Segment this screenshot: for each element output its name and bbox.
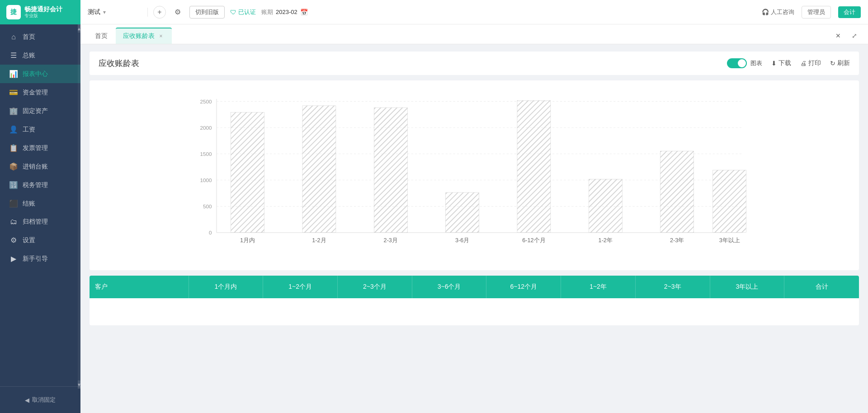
certified-icon: 🛡 bbox=[230, 9, 236, 16]
sidebar-item-settings[interactable]: ⚙ 设置 bbox=[0, 231, 80, 249]
sidebar-item-archive[interactable]: 🗂 归档管理 bbox=[0, 213, 80, 231]
company-selector[interactable]: 测试 ▾ bbox=[88, 8, 142, 16]
svg-text:1-2年: 1-2年 bbox=[599, 237, 613, 244]
period-value: 2023-02 bbox=[276, 9, 297, 15]
sidebar-icon-tax: 🔢 bbox=[9, 181, 18, 189]
sidebar-nav: ⌂ 首页 ☰ 总账 📊 报表中心 💳 资金管理 🏢 固定资产 👤 工资 📋 发票… bbox=[0, 24, 80, 386]
table-body bbox=[90, 298, 859, 325]
close-panel-button[interactable]: ✕ bbox=[832, 29, 844, 42]
bar-chart: 0 500 1000 1500 2000 2500 bbox=[99, 89, 850, 261]
chart-section: 0 500 1000 1500 2000 2500 bbox=[90, 80, 859, 270]
tab-home-label: 首页 bbox=[95, 32, 108, 40]
chart-toggle-switch[interactable] bbox=[727, 58, 747, 68]
sidebar-item-payroll[interactable]: 👤 工资 bbox=[0, 120, 80, 139]
sidebar-item-reports[interactable]: 📊 报表中心 bbox=[0, 65, 80, 83]
bar-3-6月 bbox=[446, 192, 479, 233]
sidebar-pin-button[interactable]: ◀ 取消固定 bbox=[0, 391, 80, 408]
sidebar-item-ledger[interactable]: ☰ 总账 bbox=[0, 46, 80, 65]
add-company-button[interactable]: + bbox=[153, 6, 166, 19]
svg-text:2500: 2500 bbox=[200, 99, 212, 104]
expand-icon: ⤢ bbox=[852, 32, 857, 39]
sidebar-item-close[interactable]: ⬛ 结账 bbox=[0, 194, 80, 213]
sidebar-item-inventory[interactable]: 📦 进销台账 bbox=[0, 157, 80, 176]
table-header-8: 3年以上 bbox=[710, 276, 785, 298]
refresh-icon: ↻ bbox=[830, 60, 835, 67]
tabbar-actions: ✕ ⤢ bbox=[832, 29, 861, 44]
sidebar-label-archive: 归档管理 bbox=[23, 218, 48, 226]
sidebar-icon-home: ⌂ bbox=[9, 33, 18, 41]
headset-icon: 🎧 bbox=[762, 9, 769, 15]
tab-aging[interactable]: 应收账龄表 × bbox=[116, 28, 172, 44]
table-header-1: 1个月内 bbox=[189, 276, 264, 298]
switch-version-button[interactable]: 切到旧版 bbox=[189, 6, 225, 19]
sidebar-icon-ledger: ☰ bbox=[9, 51, 18, 60]
expand-panel-button[interactable]: ⤢ bbox=[848, 29, 861, 42]
sidebar-icon-assets: 🏢 bbox=[9, 107, 18, 115]
bar-2-3月 bbox=[374, 108, 407, 233]
bar-1月内 bbox=[231, 113, 264, 233]
sidebar-item-funds[interactable]: 💳 资金管理 bbox=[0, 83, 80, 102]
page-actions: 图表 ⬇ 下载 🖨 打印 ↻ 刷新 bbox=[727, 58, 850, 68]
svg-text:500: 500 bbox=[203, 203, 212, 209]
bar-3年以上 bbox=[713, 170, 746, 232]
refresh-button[interactable]: ↻ 刷新 bbox=[830, 59, 850, 67]
sidebar-item-assets[interactable]: 🏢 固定资产 bbox=[0, 102, 80, 120]
bar-1-2年 bbox=[589, 179, 622, 232]
table-header-4: 3~6个月 bbox=[412, 276, 487, 298]
table-header-9: 合计 bbox=[784, 276, 859, 298]
bar-1-2月 bbox=[302, 106, 336, 233]
download-icon: ⬇ bbox=[771, 60, 777, 67]
app-logo-icon: 捷 bbox=[6, 5, 21, 19]
table-header-2: 1~2个月 bbox=[263, 276, 338, 298]
svg-text:3-6月: 3-6月 bbox=[455, 237, 469, 244]
sidebar-scrollbar: ▲ ▼ bbox=[78, 24, 80, 389]
topbar: 测试 ▾ + ⚙ 切到旧版 🛡 已认证 账期 2023-02 📅 🎧 人工咨询 … bbox=[80, 0, 868, 24]
svg-text:1000: 1000 bbox=[200, 177, 212, 183]
content-area: 应收账龄表 图表 ⬇ 下载 🖨 打印 bbox=[80, 44, 868, 413]
close-icon: ✕ bbox=[835, 32, 841, 39]
sidebar-icon-archive: 🗂 bbox=[9, 218, 18, 226]
sidebar-scroll-down[interactable]: ▼ bbox=[78, 380, 80, 389]
tab-close-button[interactable]: × bbox=[157, 33, 165, 40]
sidebar-item-guide[interactable]: ▶ 新手引导 bbox=[0, 249, 80, 268]
toggle-knob bbox=[738, 59, 746, 67]
table-header-0: 客户 bbox=[90, 276, 189, 298]
download-button[interactable]: ⬇ 下载 bbox=[771, 59, 791, 67]
sidebar-item-tax[interactable]: 🔢 税务管理 bbox=[0, 176, 80, 194]
sidebar-label-invoice: 发票管理 bbox=[23, 144, 48, 152]
tabbar: 首页 应收账龄表 × ✕ ⤢ bbox=[80, 24, 868, 44]
sidebar-bottom: ◀ 取消固定 bbox=[0, 386, 80, 413]
page: 应收账龄表 图表 ⬇ 下载 🖨 打印 bbox=[80, 44, 868, 413]
sidebar-item-home[interactable]: ⌂ 首页 bbox=[0, 28, 80, 46]
sidebar-label-tax: 税务管理 bbox=[23, 181, 48, 189]
user-button[interactable]: 管理员 bbox=[802, 6, 831, 19]
topbar-divider-1 bbox=[147, 8, 148, 17]
certified-status: 🛡 已认证 bbox=[230, 8, 256, 16]
svg-text:6-12个月: 6-12个月 bbox=[522, 237, 545, 244]
svg-text:2000: 2000 bbox=[200, 125, 212, 131]
sidebar-icon-reports: 📊 bbox=[9, 70, 18, 78]
customer-service-button[interactable]: 🎧 人工咨询 bbox=[762, 8, 794, 16]
sidebar-icon-close: ⬛ bbox=[9, 199, 18, 208]
accounting-period[interactable]: 账期 2023-02 📅 bbox=[261, 8, 308, 16]
pin-icon: ◀ bbox=[25, 397, 29, 404]
sidebar-label-assets: 固定资产 bbox=[23, 107, 48, 115]
table-section: 客户1个月内1~2个月2~3个月3~6个月6~12个月1~2年2~3年3年以上合… bbox=[90, 276, 859, 325]
sidebar-label-ledger: 总账 bbox=[23, 52, 35, 60]
print-button[interactable]: 🖨 打印 bbox=[800, 59, 821, 67]
tab-home[interactable]: 首页 bbox=[88, 28, 115, 44]
sidebar-label-funds: 资金管理 bbox=[23, 89, 48, 97]
svg-text:1月内: 1月内 bbox=[240, 237, 255, 244]
chart-toggle-label: 图表 bbox=[750, 59, 762, 67]
bar-2-3年 bbox=[660, 151, 694, 232]
sidebar-icon-payroll: 👤 bbox=[9, 125, 18, 134]
period-label: 账期 bbox=[261, 8, 273, 16]
svg-text:1-2月: 1-2月 bbox=[312, 237, 326, 244]
sidebar-label-reports: 报表中心 bbox=[23, 70, 48, 78]
period-calendar-icon[interactable]: 📅 bbox=[300, 9, 308, 16]
svg-text:0: 0 bbox=[209, 230, 212, 235]
table-header: 客户1个月内1~2个月2~3个月3~6个月6~12个月1~2年2~3年3年以上合… bbox=[90, 276, 859, 298]
settings-icon[interactable]: ⚙ bbox=[171, 6, 184, 19]
sidebar-item-invoice[interactable]: 📋 发票管理 bbox=[0, 139, 80, 157]
role-button[interactable]: 会计 bbox=[838, 6, 861, 18]
